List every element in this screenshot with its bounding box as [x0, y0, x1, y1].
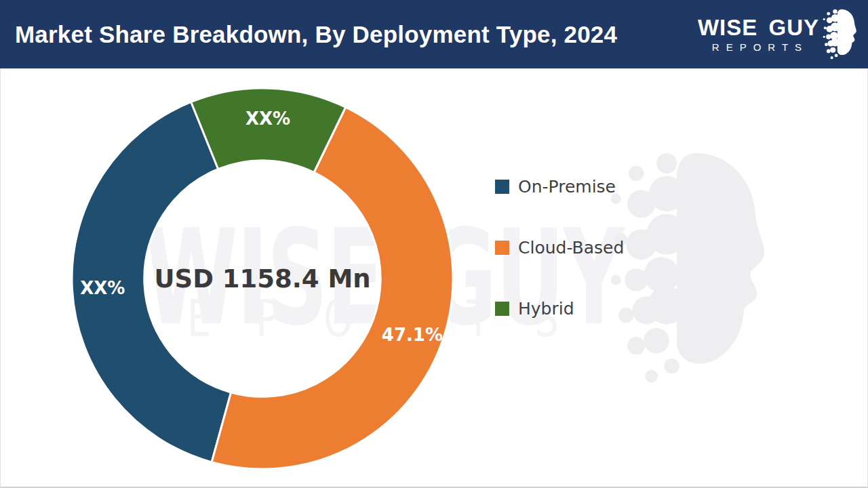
page-title: Market Share Breakdown, By Deployment Ty…: [15, 21, 617, 48]
slice-percent-label: 47.1%: [382, 325, 443, 345]
brand-subname: REPORTS: [701, 41, 819, 53]
legend-label: On-Premise: [518, 176, 616, 197]
legend-swatch-cloud-based: [495, 241, 509, 255]
legend-item-hybrid[interactable]: Hybrid: [495, 298, 574, 319]
legend-label: Hybrid: [518, 298, 574, 319]
chart-area: WISE GUY REPORTS XX%47.1%XX% USD 1158.4 …: [0, 68, 868, 488]
slice-percent-label: XX%: [80, 278, 125, 298]
legend-swatch-on-premise: [495, 180, 509, 194]
legend-item-on-premise[interactable]: On-Premise: [495, 176, 616, 197]
dotted-head-icon: [822, 7, 857, 62]
brand-logo-text: WISE GUY REPORTS: [698, 16, 819, 53]
brand-name: WISE GUY: [698, 16, 819, 39]
report-page: Market Share Breakdown, By Deployment Ty…: [0, 0, 868, 488]
brand-logo: WISE GUY REPORTS: [698, 5, 857, 64]
legend-swatch-hybrid: [495, 302, 509, 316]
chart-center-value: USD 1158.4 Mn: [154, 264, 370, 293]
header-bar: Market Share Breakdown, By Deployment Ty…: [0, 0, 868, 68]
slice-percent-label: XX%: [245, 108, 290, 129]
legend-item-cloud-based[interactable]: Cloud-Based: [495, 237, 624, 258]
legend-label: Cloud-Based: [518, 237, 624, 258]
